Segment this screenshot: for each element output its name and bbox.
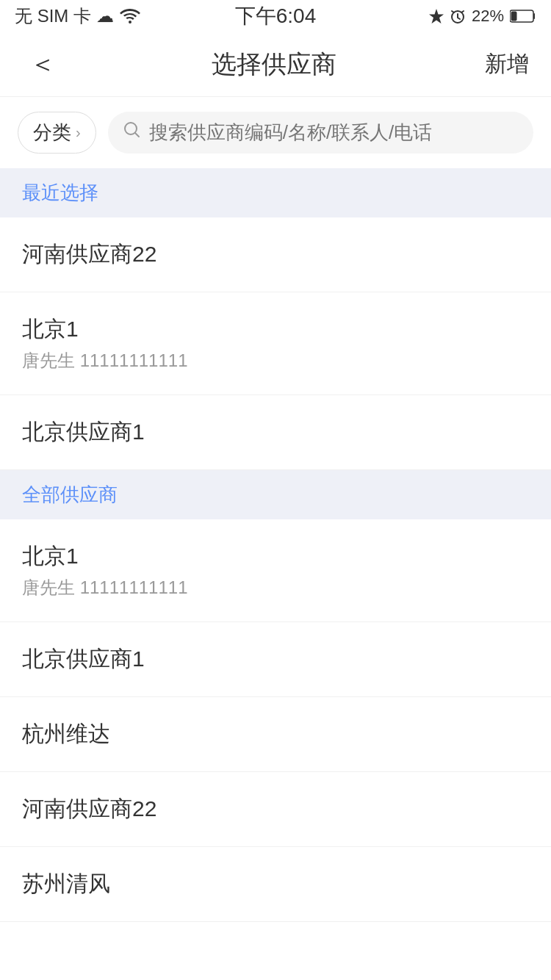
alarm-icon — [450, 8, 466, 24]
list-item[interactable]: 北京1 唐先生 11111111111 — [0, 519, 551, 622]
item-name: 河南供应商22 — [22, 794, 529, 824]
item-name: 苏州清风 — [22, 869, 529, 899]
category-label: 分类 — [33, 120, 71, 145]
list-item[interactable]: 北京供应商1 — [0, 395, 551, 470]
item-sub: 唐先生 11111111111 — [22, 349, 529, 372]
item-name: 北京供应商1 — [22, 417, 529, 447]
category-button[interactable]: 分类 › — [18, 112, 96, 154]
status-bar: 无 SIM 卡 ☁ 下午6:04 22% — [0, 0, 551, 32]
item-name: 北京1 — [22, 541, 529, 572]
wifi-icon — [120, 9, 140, 24]
page-title: 选择供应商 — [212, 48, 336, 82]
nav-bar: ＜ 选择供应商 新增 — [0, 32, 551, 97]
search-wrapper — [108, 112, 533, 154]
recent-items-list: 河南供应商22 北京1 唐先生 11111111111 北京供应商1 — [0, 217, 551, 470]
item-name: 河南供应商22 — [22, 239, 529, 270]
chevron-right-icon: › — [76, 124, 81, 141]
status-right: 22% — [429, 7, 536, 26]
list-item[interactable]: 河南供应商22 — [0, 772, 551, 847]
item-name: 北京供应商1 — [22, 644, 529, 674]
list-item[interactable]: 苏州清风 — [0, 847, 551, 922]
status-time: 下午6:04 — [235, 2, 317, 30]
search-input[interactable] — [149, 121, 519, 144]
item-sub: 唐先生 11111111111 — [22, 576, 529, 599]
svg-rect-2 — [511, 12, 517, 21]
search-bar: 分类 › — [0, 97, 551, 168]
battery-label: 22% — [472, 7, 504, 26]
list-item[interactable]: 北京供应商1 — [0, 622, 551, 697]
all-items-list: 北京1 唐先生 11111111111 北京供应商1 杭州维达 河南供应商22 … — [0, 519, 551, 922]
recent-section-header: 最近选择 — [0, 168, 551, 217]
all-section-header: 全部供应商 — [0, 470, 551, 519]
battery-icon — [510, 10, 536, 23]
add-button[interactable]: 新增 — [485, 49, 529, 79]
sim-label: 无 SIM 卡 ☁ — [15, 4, 114, 28]
search-icon — [123, 120, 142, 145]
list-item[interactable]: 北京1 唐先生 11111111111 — [0, 292, 551, 395]
status-left: 无 SIM 卡 ☁ — [15, 4, 140, 28]
item-name: 杭州维达 — [22, 719, 529, 749]
back-button[interactable]: ＜ — [22, 39, 63, 90]
list-item[interactable]: 河南供应商22 — [0, 217, 551, 292]
list-item[interactable]: 杭州维达 — [0, 697, 551, 772]
all-section-label: 全部供应商 — [22, 483, 118, 505]
recent-section-label: 最近选择 — [22, 181, 98, 203]
location-icon — [429, 9, 444, 24]
item-name: 北京1 — [22, 314, 529, 345]
